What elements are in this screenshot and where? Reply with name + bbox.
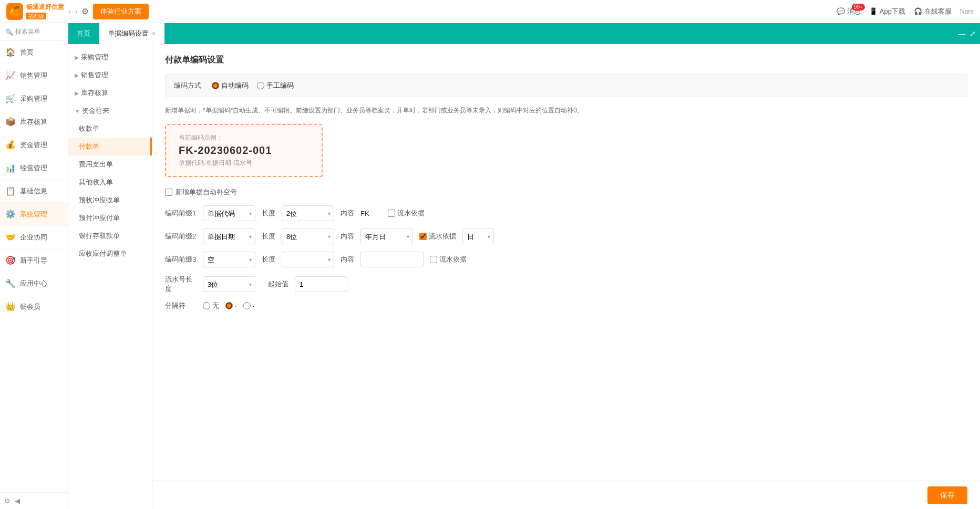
len3-arrow: ▾ bbox=[328, 257, 331, 263]
sidebar-item-basic[interactable]: 📋 基础信息 bbox=[0, 180, 68, 203]
sep-dash-radio[interactable] bbox=[225, 302, 233, 309]
sidebar-item-appcenter[interactable]: 🔧 应用中心 bbox=[0, 272, 68, 295]
serial2-unit-select[interactable]: 日 月 年 bbox=[467, 233, 482, 241]
sidebar-item-newguide[interactable]: 🎯 新手引导 bbox=[0, 249, 68, 272]
sub-item-payment[interactable]: 付款单 bbox=[68, 138, 152, 155]
sidebar-item-inventory[interactable]: 📦 库存核算 bbox=[0, 110, 68, 133]
chevron-right-icon-2: ▶ bbox=[75, 72, 79, 78]
chevron-down-icon: ▼ bbox=[75, 108, 80, 114]
auto-encoding-option[interactable]: 自动编码 bbox=[212, 81, 249, 90]
manual-encoding-option[interactable]: 手工编码 bbox=[257, 81, 294, 90]
user-info[interactable]: Nare bbox=[960, 8, 974, 15]
sidebar-item-system[interactable]: ⚙️ 系统管理 bbox=[0, 203, 68, 226]
app-download-item[interactable]: 📱 App下载 bbox=[869, 7, 905, 16]
sep-none-radio[interactable] bbox=[203, 302, 210, 309]
manual-encoding-radio[interactable] bbox=[257, 82, 264, 89]
sub-group-header-purchase[interactable]: ▶ 采购管理 bbox=[68, 48, 152, 66]
prefix3-select[interactable]: 单据代码 单据日期 部门 业务员 空 bbox=[208, 256, 243, 264]
len1-select-wrapper[interactable]: 2位 4位 6位 ▾ bbox=[282, 205, 334, 221]
settings-bottom-icon[interactable]: ⚙ bbox=[4, 497, 11, 505]
sub-item-expense[interactable]: 费用支出单 bbox=[68, 155, 152, 173]
len2-select[interactable]: 2位 4位 6位 8位 bbox=[286, 233, 306, 241]
content2-select-wrapper[interactable]: 年月日 年月 年 ▾ bbox=[360, 228, 413, 244]
purchase-icon: 🛒 bbox=[5, 94, 16, 103]
serial-len-wrapper[interactable]: 3位 4位 5位 ▾ bbox=[203, 276, 255, 292]
trial-button[interactable]: 体验行业方案 bbox=[93, 4, 149, 19]
sub-item-pre-receive[interactable]: 预收冲应收单 bbox=[68, 191, 152, 209]
prefix1-select[interactable]: 单据代码 单据日期 部门 业务员 空 bbox=[208, 210, 243, 217]
sub-item-adjust[interactable]: 应收应付调整单 bbox=[68, 245, 152, 263]
app-icon: 📱 bbox=[869, 7, 878, 15]
content1-value: FK bbox=[360, 210, 381, 217]
sidebar-item-operations[interactable]: 📊 经营管理 bbox=[0, 157, 68, 180]
sub-item-bank[interactable]: 银行存取款单 bbox=[68, 227, 152, 245]
len2-select-wrapper[interactable]: 2位 4位 6位 8位 ▾ bbox=[282, 228, 334, 244]
sub-item-pre-pay[interactable]: 预付冲应付单 bbox=[68, 209, 152, 227]
sep-dot-option[interactable]: · bbox=[243, 302, 255, 310]
serial3-checkbox[interactable] bbox=[430, 256, 437, 263]
separator-row: 分隔符 无 · · bbox=[165, 301, 967, 310]
sub-group-header-fund[interactable]: ▼ 资金往来 bbox=[68, 102, 152, 120]
operations-icon: 📊 bbox=[5, 163, 16, 173]
content2-select[interactable]: 年月日 年月 年 bbox=[365, 233, 394, 241]
tab-settings[interactable]: 单据编码设置 × bbox=[99, 23, 164, 44]
sidebar-item-purchase[interactable]: 🛒 采购管理 bbox=[0, 87, 68, 110]
sep-none-option[interactable]: 无 bbox=[203, 301, 219, 310]
encoding-method-section: 编码方式 自动编码 手工编码 bbox=[165, 74, 967, 97]
message-item[interactable]: 💬 消息 99+ bbox=[837, 7, 861, 16]
sub-group-header-inventory[interactable]: ▶ 库存核算 bbox=[68, 84, 152, 102]
prefix2-select[interactable]: 单据代码 单据日期 部门 业务员 空 bbox=[208, 233, 243, 241]
sub-group-header-sales[interactable]: ▶ 销售管理 bbox=[68, 66, 152, 84]
sidebar-item-finance[interactable]: 💰 资金管理 bbox=[0, 133, 68, 157]
len3-select-wrapper[interactable]: 2位 4位 ▾ bbox=[282, 252, 334, 267]
sep-dash-option[interactable]: · bbox=[225, 302, 237, 310]
tab-home[interactable]: 首页 bbox=[68, 23, 99, 44]
logo-text: 畅通道好生意 搭配版 bbox=[26, 3, 64, 20]
serial3-checkbox-group: 流水依据 bbox=[430, 255, 467, 264]
auto-encoding-radio[interactable] bbox=[212, 82, 219, 89]
serial2-checkbox-group: 流水依据 bbox=[419, 232, 456, 241]
sep-dot-radio[interactable] bbox=[243, 302, 251, 309]
save-button[interactable]: 保存 bbox=[927, 486, 967, 504]
serial1-checkbox[interactable] bbox=[388, 210, 395, 217]
page-title: 付款单编码设置 bbox=[165, 55, 967, 66]
sub-item-other-income[interactable]: 其他收入单 bbox=[68, 173, 152, 191]
tab-close-icon[interactable]: × bbox=[152, 30, 156, 37]
serial2-checkbox[interactable] bbox=[419, 233, 427, 240]
sidebar-item-home[interactable]: 🏠 首页 bbox=[0, 41, 68, 64]
tab-minimize-icon[interactable]: — bbox=[958, 29, 965, 38]
prefix3-label: 编码前缀3 bbox=[165, 255, 197, 264]
content1-label: 内容 bbox=[341, 209, 354, 218]
serial2-unit-wrapper[interactable]: 日 月 年 ▾ bbox=[462, 228, 494, 244]
sidebar-item-enterprise[interactable]: 🤝 企业协同 bbox=[0, 226, 68, 249]
sub-group-purchase: ▶ 采购管理 bbox=[68, 48, 152, 66]
sub-group-sales: ▶ 销售管理 bbox=[68, 66, 152, 84]
settings-icon[interactable]: ⚙ bbox=[81, 6, 89, 16]
search-menu[interactable]: 🔍 搜索菜单 bbox=[0, 23, 68, 41]
bottom-bar: 保存 bbox=[152, 481, 980, 509]
collapse-icon[interactable]: ◀ bbox=[15, 497, 20, 505]
member-icon: 👑 bbox=[5, 302, 16, 311]
sidebar-bottom: ⚙ ◀ bbox=[0, 492, 68, 509]
chevron-right-icon: ▶ bbox=[75, 55, 79, 60]
start-value-input[interactable] bbox=[295, 276, 347, 292]
code-structure-label: 单据代码-单据日期-流水号 bbox=[179, 159, 309, 168]
auto-fill-checkbox[interactable] bbox=[165, 189, 172, 196]
newguide-icon: 🎯 bbox=[5, 255, 16, 265]
serial-len-select[interactable]: 3位 4位 5位 bbox=[208, 281, 227, 288]
sub-item-receipt[interactable]: 收款单 bbox=[68, 120, 152, 138]
prefix3-select-wrapper[interactable]: 单据代码 单据日期 部门 业务员 空 ▾ bbox=[203, 252, 255, 267]
main-content: 付款单编码设置 编码方式 自动编码 手工编码 bbox=[152, 44, 980, 481]
len1-select[interactable]: 2位 4位 6位 bbox=[286, 210, 306, 217]
content3-input[interactable] bbox=[360, 252, 424, 267]
nav-back-icon[interactable]: ‹ bbox=[68, 7, 71, 16]
prefix1-select-wrapper[interactable]: 单据代码 单据日期 部门 业务员 空 ▾ bbox=[203, 205, 255, 221]
len3-select[interactable]: 2位 4位 bbox=[286, 256, 306, 264]
online-service-item[interactable]: 🎧 在线客服 bbox=[914, 7, 952, 16]
nav-forward-icon[interactable]: › bbox=[75, 7, 78, 16]
tab-maximize-icon[interactable]: ⤢ bbox=[969, 29, 976, 38]
main-layout: 🔍 搜索菜单 🏠 首页 📈 销售管理 🛒 采购管理 📦 库存核算 💰 资金管理 … bbox=[0, 23, 980, 509]
sidebar-item-sales[interactable]: 📈 销售管理 bbox=[0, 64, 68, 87]
sidebar-item-member[interactable]: 👑 畅会员 bbox=[0, 295, 68, 318]
prefix2-select-wrapper[interactable]: 单据代码 单据日期 部门 业务员 空 ▾ bbox=[203, 228, 255, 244]
